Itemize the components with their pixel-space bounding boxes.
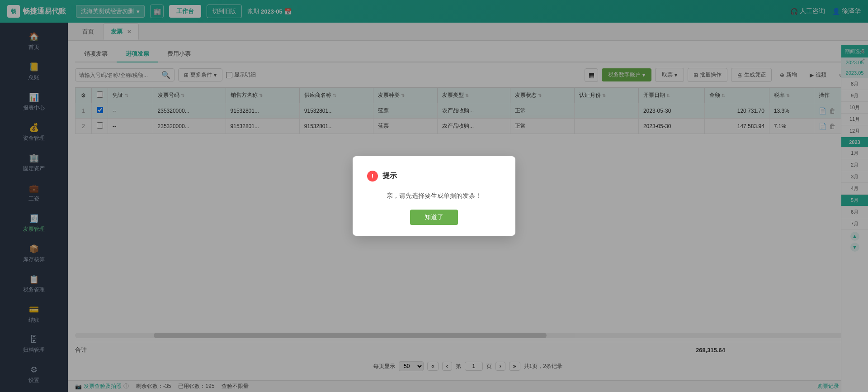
dialog-ok-button[interactable]: 知道了 — [410, 210, 458, 225]
dialog-title-row: ! 提示 — [367, 171, 397, 182]
dialog-message: 亲，请先选择要生成单据的发票！ — [387, 191, 481, 201]
dialog-box: ! 提示 亲，请先选择要生成单据的发票！ 知道了 — [353, 156, 515, 236]
dialog-overlay: ! 提示 亲，请先选择要生成单据的发票！ 知道了 — [0, 0, 868, 392]
dialog-title: 提示 — [382, 171, 397, 181]
dialog-warning-icon: ! — [367, 171, 378, 182]
